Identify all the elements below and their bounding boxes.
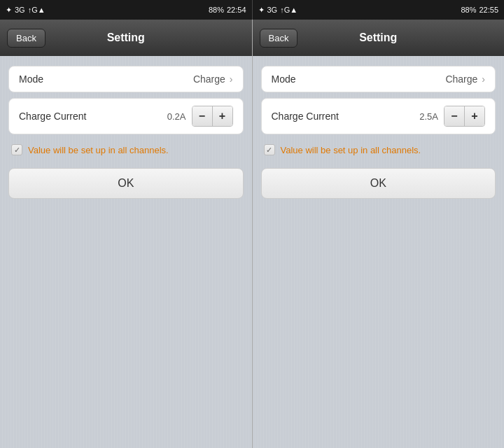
checkbox-label-right: Value will be set up in all channels. <box>281 145 421 155</box>
screen-left: Back Setting Mode Charge › Charge Curren… <box>0 20 252 448</box>
ok-button-left[interactable]: OK <box>8 168 244 199</box>
minus-button-left[interactable]: − <box>192 106 212 126</box>
status-right-left: 88% 22:54 <box>209 6 246 14</box>
stepper-left: − + <box>192 106 233 127</box>
top-bar-left: Back Setting <box>0 20 252 56</box>
chevron-icon-mode-right: › <box>482 74 485 85</box>
check-icon-right: ✓ <box>266 146 272 155</box>
current-row-left: Charge Current 0.2A − + <box>8 98 244 134</box>
screen-right: Back Setting Mode Charge › Charge Curren… <box>253 20 505 448</box>
mode-right-right: Charge › <box>445 74 485 85</box>
title-left: Setting <box>107 31 145 44</box>
top-bar-right: Back Setting <box>253 20 505 56</box>
status-left-icons: ✦ 3G ↑G▲ <box>6 6 46 15</box>
stepper-right: − + <box>444 106 485 127</box>
network-3g-icon: 3G <box>15 6 25 14</box>
screens-container: Back Setting Mode Charge › Charge Curren… <box>0 20 504 448</box>
minus-button-right[interactable]: − <box>444 106 464 126</box>
current-value-right: 2.5A <box>419 111 438 122</box>
mode-label-left: Mode <box>19 74 43 85</box>
back-button-left[interactable]: Back <box>7 29 46 48</box>
network-3g-icon-r: 3G <box>267 6 278 14</box>
mode-right-left: Charge › <box>193 74 233 85</box>
mode-value-right: Charge <box>445 74 477 85</box>
time-right: 22:55 <box>479 6 498 14</box>
mode-label-right: Mode <box>272 74 296 85</box>
title-right: Setting <box>359 31 397 44</box>
content-right: Mode Charge › Charge Current 2.5A − + <box>253 56 505 209</box>
content-left: Mode Charge › Charge Current 0.2A − + <box>0 56 252 209</box>
status-right-icons: ✦ 3G ↑G▲ <box>258 6 298 15</box>
status-right-right: 88% 22:55 <box>461 6 498 14</box>
battery-pct-left: 88% <box>209 6 224 14</box>
current-value-left: 0.2A <box>167 111 186 122</box>
current-label-right: Charge Current <box>272 111 340 122</box>
bluetooth-icon: ✦ <box>6 6 12 15</box>
network-g-icon: ↑G▲ <box>28 6 46 14</box>
time-left: 22:54 <box>227 6 246 14</box>
checkbox-right[interactable]: ✓ <box>264 144 275 155</box>
mode-row-left[interactable]: Mode Charge › <box>8 66 244 92</box>
checkbox-label-left: Value will be set up in all channels. <box>28 145 169 155</box>
back-button-right[interactable]: Back <box>260 29 298 48</box>
plus-button-right[interactable]: + <box>465 106 484 126</box>
battery-pct-right: 88% <box>461 6 476 14</box>
checkbox-row-left[interactable]: ✓ Value will be set up in all channels. <box>8 140 244 160</box>
check-icon-left: ✓ <box>14 146 20 155</box>
checkbox-left[interactable]: ✓ <box>11 144 22 155</box>
current-right-right: 2.5A − + <box>419 106 485 127</box>
status-bar: ✦ 3G ↑G▲ 88% 22:54 ✦ 3G ↑G▲ 88% 22:55 <box>0 0 504 20</box>
chevron-icon-mode-left: › <box>230 74 233 85</box>
bluetooth-icon-r: ✦ <box>258 6 265 15</box>
network-g-icon-r: ↑G▲ <box>280 6 298 14</box>
status-left: ✦ 3G ↑G▲ 88% 22:54 <box>0 0 252 20</box>
current-right-left: 0.2A − + <box>167 106 233 127</box>
status-right: ✦ 3G ↑G▲ 88% 22:55 <box>253 0 505 20</box>
current-label-left: Charge Current <box>19 111 87 122</box>
mode-row-right[interactable]: Mode Charge › <box>261 66 496 92</box>
current-row-right: Charge Current 2.5A − + <box>261 98 496 134</box>
plus-button-left[interactable]: + <box>213 106 232 126</box>
mode-value-left: Charge <box>193 74 225 85</box>
checkbox-row-right[interactable]: ✓ Value will be set up in all channels. <box>261 140 496 160</box>
ok-button-right[interactable]: OK <box>261 168 496 199</box>
